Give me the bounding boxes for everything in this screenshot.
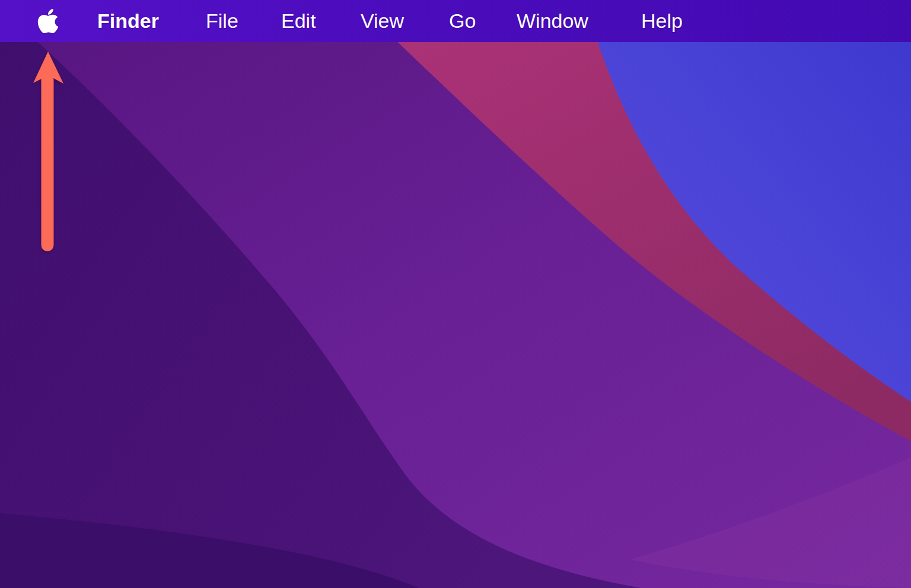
menu-item-edit[interactable]: Edit xyxy=(281,0,316,42)
menu-item-help[interactable]: Help xyxy=(641,0,683,42)
menu-item-view[interactable]: View xyxy=(361,0,404,42)
desktop-wallpaper xyxy=(0,0,911,588)
desktop: FinderFileEditViewGoWindowHelp xyxy=(0,0,911,588)
menu-bar: FinderFileEditViewGoWindowHelp xyxy=(0,0,911,42)
menu-item-window[interactable]: Window xyxy=(517,0,588,42)
menu-item-finder[interactable]: Finder xyxy=(97,0,159,42)
menu-item-go[interactable]: Go xyxy=(449,0,476,42)
menu-item-file[interactable]: File xyxy=(206,0,238,42)
menu-items: FinderFileEditViewGoWindowHelp xyxy=(0,0,911,42)
